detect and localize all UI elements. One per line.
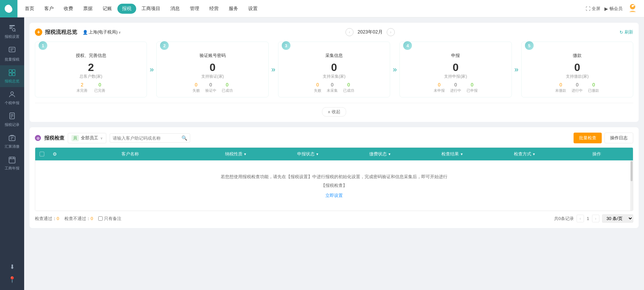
- search-box[interactable]: 🔍: [110, 133, 190, 143]
- th-declaration-status[interactable]: 申报状态 ▼: [272, 148, 344, 160]
- payment-filter-icon: ▼: [388, 152, 391, 156]
- check-result-filter-icon: ▼: [460, 152, 463, 156]
- process-step-1: 1 授权、完善信息 2 总客户数(家) 2 未完善 0 已完善: [35, 42, 147, 97]
- prev-month-button[interactable]: ‹: [345, 28, 354, 36]
- location-selector[interactable]: 👤 上海(电子税局) ∨: [83, 29, 121, 35]
- step-num-3: 3: [282, 41, 290, 50]
- step-2-title: 验证账号密码: [161, 53, 264, 59]
- svg-line-7: [15, 31, 15, 31]
- fail-count[interactable]: 0: [91, 216, 93, 221]
- pass-count[interactable]: 0: [57, 216, 59, 221]
- clearance-icon: [8, 134, 16, 143]
- sidebar-item-batch-tax[interactable]: 批量报税: [0, 43, 24, 65]
- step-3-count: 0: [282, 61, 386, 74]
- note-filter[interactable]: 只有备注: [98, 216, 121, 222]
- member-icon: ▶: [604, 6, 608, 11]
- nav-item-fee[interactable]: 收费: [59, 4, 78, 14]
- tax-settings-icon: [7, 23, 17, 33]
- step-5-subtitle: 支持缴款(家): [526, 74, 629, 79]
- search-input[interactable]: [113, 136, 179, 141]
- sidebar-item-tax-settings[interactable]: 报税设置: [0, 20, 24, 43]
- step-3-title: 采集信息: [282, 53, 386, 59]
- sidebar-item-location[interactable]: 📍: [0, 273, 24, 286]
- employee-badge-icon: 員: [71, 135, 79, 141]
- logo-icon: [3, 3, 14, 14]
- personal-declaration-icon: [8, 90, 16, 99]
- nav-item-invoice[interactable]: 票据: [78, 4, 97, 14]
- step-1-subtitle: 总客户数(家): [39, 74, 143, 79]
- step-1-stat-0-num: 2: [81, 82, 84, 87]
- sidebar-item-annual-report[interactable]: 工商年报: [0, 152, 24, 174]
- prev-page-button[interactable]: ‹: [577, 215, 584, 222]
- tax-check-card: ◎ 报税检查 員 全部员工 ∨ 🔍 批量检查 操作日志: [30, 127, 639, 228]
- operation-log-button[interactable]: 操作日志: [604, 133, 633, 143]
- step-5-title: 缴款: [526, 53, 629, 59]
- process-step-5: 5 缴款 0 支持缴款(家) 0 未缴款 0 进行中: [521, 42, 633, 97]
- sidebar-item-personal-declaration[interactable]: 个税申报: [0, 87, 24, 109]
- th-payment-status[interactable]: 缴费状态 ▼: [344, 148, 416, 160]
- step-4-stat-0: 0 未申报: [434, 82, 445, 93]
- step-1-stat-1: 0 已完善: [94, 82, 105, 93]
- batch-check-button[interactable]: 批量检查: [574, 133, 602, 143]
- pass-count-label: 检查通过：0: [35, 216, 59, 222]
- step-5-count: 0: [526, 61, 629, 74]
- nav-item-operation[interactable]: 经营: [205, 4, 223, 14]
- sidebar-label-clearance: 汇算清缴: [5, 144, 19, 149]
- collapse-button[interactable]: ∧ 收起: [322, 107, 346, 117]
- search-icon[interactable]: 🔍: [181, 135, 187, 141]
- page-size-select[interactable]: 30 条/页50 条/页100 条/页: [602, 214, 633, 223]
- step-1-stat-1-num: 0: [99, 82, 101, 87]
- location-icon: 📍: [8, 276, 16, 283]
- tax-check-icon: ◎: [35, 135, 41, 141]
- step-num-4: 4: [403, 41, 412, 50]
- nav-item-settings[interactable]: 设置: [244, 4, 262, 14]
- next-page-button[interactable]: ›: [592, 215, 599, 222]
- process-step-4: 4 申报 0 支持申报(家) 0 未申报 0 进行中: [399, 42, 512, 97]
- svg-rect-8: [9, 47, 15, 52]
- th-tax-nature[interactable]: 纳税性质 ▼: [200, 148, 272, 160]
- nav-item-message[interactable]: 消息: [166, 4, 184, 14]
- nav-item-bizproject[interactable]: 工商项目: [137, 4, 165, 14]
- step-num-5: 5: [525, 41, 534, 50]
- nav-item-bookkeeping[interactable]: 记账: [98, 4, 117, 14]
- member-button[interactable]: ▶ 畅会员: [604, 6, 623, 12]
- svg-point-15: [11, 92, 13, 94]
- note-checkbox[interactable]: [98, 216, 103, 221]
- next-month-button[interactable]: ›: [387, 28, 395, 36]
- batch-tax-icon: [8, 46, 16, 56]
- nav-item-management[interactable]: 管理: [185, 4, 204, 14]
- table-scroll-bar[interactable]: [630, 160, 633, 211]
- step-4-title: 申报: [404, 53, 507, 59]
- sidebar-label-tax-overview: 报税总览: [5, 79, 19, 84]
- page-number: 1: [587, 216, 589, 221]
- download-icon: ⬇: [10, 263, 15, 271]
- sidebar-item-tax-overview[interactable]: 报税总览: [0, 65, 24, 87]
- tax-check-table: ⚙ 客户名称 纳税性质 ▼ 申报状态 ▼ 缴费状态 ▼: [35, 147, 633, 211]
- step-4-subtitle: 支持申报(家): [404, 74, 507, 79]
- nav-item-home[interactable]: 首页: [20, 4, 39, 14]
- nav-item-tax[interactable]: 报税: [117, 4, 136, 14]
- refresh-button[interactable]: ↻ 刷新: [620, 29, 633, 35]
- sidebar-item-clearance[interactable]: 汇算清缴: [0, 131, 24, 152]
- setup-link[interactable]: 立即设置: [325, 193, 343, 199]
- refresh-icon: ↻: [620, 30, 623, 35]
- th-check-method[interactable]: 检查方式 ▼: [489, 148, 561, 160]
- nav-item-service[interactable]: 服务: [224, 4, 243, 14]
- avatar[interactable]: [627, 3, 639, 15]
- step-1-count: 2: [39, 61, 143, 74]
- employee-filter[interactable]: 員 全部员工 ∨: [68, 133, 106, 143]
- nav-item-client[interactable]: 客户: [40, 4, 58, 14]
- step-2-stat-1: 0 验证中: [205, 82, 216, 93]
- logo[interactable]: [0, 0, 17, 17]
- step-arrow-4: »: [513, 42, 520, 97]
- svg-point-6: [12, 28, 15, 31]
- fullscreen-button[interactable]: ⛶ 全屏: [586, 6, 600, 12]
- th-settings[interactable]: ⚙: [49, 148, 61, 160]
- step-2-subtitle: 支持验证(家): [161, 74, 264, 79]
- sidebar-item-tax-record[interactable]: 报税记录: [0, 109, 24, 131]
- th-check-result[interactable]: 检查结果 ▼: [416, 148, 488, 160]
- sidebar-item-download[interactable]: ⬇: [0, 261, 24, 273]
- step-4-stat-1: 0 进行中: [450, 82, 461, 93]
- content-area: + 报税流程总览 👤 上海(电子税局) ∨ ‹ 2023年02月 › ↻ 刷新: [24, 17, 644, 290]
- th-checkbox[interactable]: [35, 148, 49, 160]
